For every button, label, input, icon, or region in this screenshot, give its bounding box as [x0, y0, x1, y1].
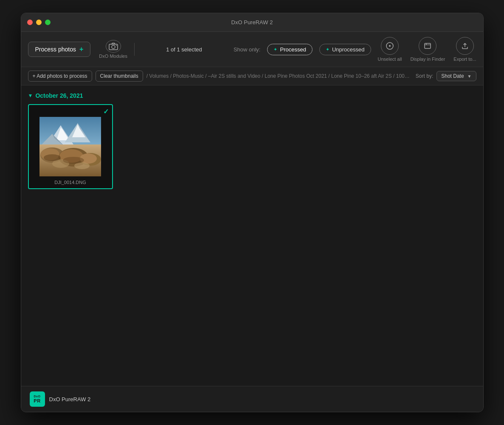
date-group: ▼ October 26, 2021 ✓: [28, 92, 476, 189]
plus-icon: +: [79, 45, 83, 53]
svg-point-2: [116, 45, 117, 46]
date-label: October 26, 2021: [35, 92, 83, 99]
sparkle-processed-icon: ✦: [273, 47, 277, 52]
filter-unprocessed-button[interactable]: ✦ Unprocessed: [319, 44, 371, 55]
filter-processed-button[interactable]: ✦ Processed: [267, 44, 312, 55]
export-to-label: Export to...: [453, 57, 476, 62]
traffic-lights: [27, 20, 51, 25]
export-icon: [456, 37, 474, 55]
display-in-finder-button[interactable]: Display in Finder: [410, 37, 445, 62]
dxo-modules-button[interactable]: DxO Modules: [99, 40, 127, 59]
breadcrumb-bar: + Add photos to process Clear thumbnails…: [21, 67, 483, 85]
process-label: Process photos: [35, 46, 76, 53]
maximize-button[interactable]: [45, 20, 51, 25]
window-title: DxO PureRAW 2: [231, 19, 273, 26]
thumbnail-item[interactable]: ✓: [28, 104, 113, 189]
footer-app-name: DxO PureRAW 2: [49, 396, 91, 402]
thumbnail-filename: DJI_0014.DNG: [54, 180, 86, 185]
thumbnails-grid: ✓: [28, 104, 476, 189]
filter-unprocessed-label: Unprocessed: [332, 46, 365, 53]
content-area: ▼ October 26, 2021 ✓: [21, 85, 483, 386]
thumbnail-image: [39, 117, 101, 176]
main-window: DxO PureRAW 2 Process photos + DxO Modul…: [21, 13, 484, 412]
show-only-label: Show only:: [234, 46, 261, 53]
finder-icon: [419, 37, 436, 55]
close-button[interactable]: [27, 20, 33, 25]
camera-icon: [106, 40, 121, 53]
display-in-finder-label: Display in Finder: [410, 57, 445, 62]
svg-point-27: [63, 157, 84, 164]
clear-thumbnails-label: Clear thumbnails: [100, 73, 138, 79]
svg-point-4: [389, 45, 391, 47]
toolbar-right: Unselect all Display in Finder: [378, 37, 476, 62]
sparkle-unprocessed-icon: ✦: [326, 47, 329, 52]
toolbar-separator: [134, 43, 135, 56]
sort-label: Sort by:: [416, 73, 433, 79]
svg-point-26: [44, 154, 61, 161]
svg-point-1: [112, 45, 115, 49]
chevron-down-icon: ▼: [467, 74, 472, 79]
date-header: ▼ October 26, 2021: [28, 92, 476, 99]
sort-bar: Sort by: Shot Date ▼: [416, 71, 476, 81]
sort-value: Shot Date: [441, 73, 464, 79]
filter-processed-label: Processed: [280, 46, 306, 53]
add-photos-label: + Add photos to process: [33, 73, 87, 79]
toolbar: Process photos + DxO Modules 1 of 1 sele…: [21, 32, 483, 67]
sort-select[interactable]: Shot Date ▼: [436, 71, 476, 81]
minimize-button[interactable]: [36, 20, 42, 25]
process-photos-button[interactable]: Process photos +: [28, 42, 91, 57]
title-bar: DxO PureRAW 2: [21, 13, 483, 32]
add-photos-button[interactable]: + Add photos to process: [28, 71, 92, 82]
svg-rect-5: [425, 43, 431, 48]
clear-thumbnails-button[interactable]: Clear thumbnails: [96, 71, 143, 82]
dxo-modules-label: DxO Modules: [99, 54, 127, 59]
breadcrumb-path: / Volumes / Photos-Music / –Air 2S still…: [146, 73, 412, 79]
unselect-all-button[interactable]: Unselect all: [378, 37, 402, 62]
unselect-all-label: Unselect all: [378, 57, 402, 62]
export-to-button[interactable]: Export to...: [453, 37, 476, 62]
unselect-icon: [381, 37, 399, 55]
selected-checkmark-icon: ✓: [103, 108, 109, 116]
selection-info: 1 of 1 selected: [166, 46, 202, 53]
app-logo: DxO PR: [30, 391, 45, 407]
footer: DxO PR DxO PureRAW 2: [21, 386, 483, 412]
date-chevron-icon[interactable]: ▼: [28, 93, 33, 99]
